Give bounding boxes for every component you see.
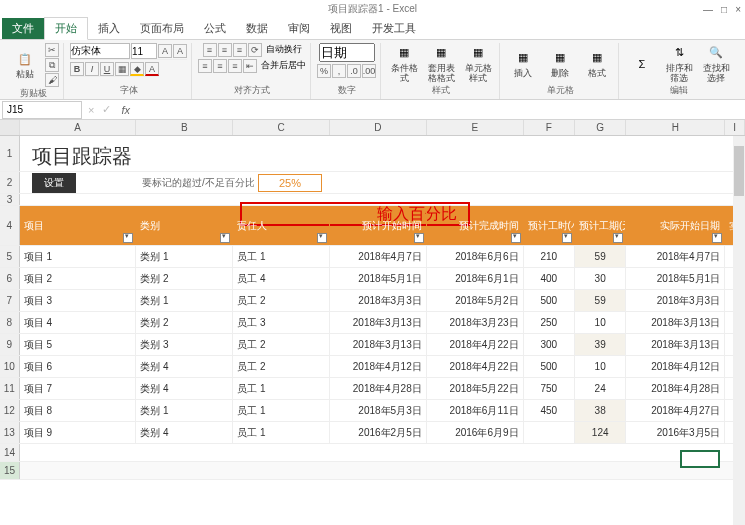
filter-button[interactable] — [220, 233, 230, 243]
cell-owner[interactable]: 员工 2 — [233, 334, 330, 355]
tab-dev[interactable]: 开发工具 — [362, 18, 426, 39]
cell-est-hours[interactable]: 450 — [524, 400, 575, 421]
cell-project[interactable]: 项目 5 — [20, 334, 137, 355]
cell-est-end[interactable]: 2018年5月2日 — [427, 290, 524, 311]
align-center-icon[interactable]: ≡ — [213, 59, 227, 73]
cell-est-days[interactable]: 10 — [575, 312, 626, 333]
align-bot-icon[interactable]: ≡ — [233, 43, 247, 57]
cell-est-start[interactable]: 2018年3月13日 — [330, 312, 427, 333]
row-header[interactable]: 6 — [0, 268, 20, 289]
tab-file[interactable]: 文件 — [2, 18, 44, 39]
font-name-input[interactable] — [70, 43, 130, 59]
row-header[interactable]: 10 — [0, 356, 20, 377]
minimize-icon[interactable]: — — [703, 4, 713, 15]
cell-act-start[interactable]: 2018年3月3日 — [626, 290, 725, 311]
cut-icon[interactable]: ✂ — [45, 43, 59, 57]
cell-project[interactable]: 项目 8 — [20, 400, 137, 421]
cell-est-start[interactable]: 2018年3月3日 — [330, 290, 427, 311]
tab-data[interactable]: 数据 — [236, 18, 278, 39]
tab-layout[interactable]: 页面布局 — [130, 18, 194, 39]
tab-home[interactable]: 开始 — [44, 17, 88, 40]
cell-owner[interactable]: 员工 1 — [233, 422, 330, 443]
worksheet-grid[interactable]: A B C D E F G H I 1 项目跟踪器 2 设置 要标记的超过/不足… — [0, 120, 745, 525]
align-left-icon[interactable]: ≡ — [198, 59, 212, 73]
cell-owner[interactable]: 员工 2 — [233, 356, 330, 377]
insert-cell-button[interactable]: ▦插入 — [506, 49, 540, 79]
cell-act-start[interactable]: 2018年5月1日 — [626, 268, 725, 289]
col-header[interactable]: E — [427, 120, 524, 135]
find-select-button[interactable]: 🔍查找和选择 — [699, 44, 733, 84]
maximize-icon[interactable]: □ — [721, 4, 727, 15]
cell-category[interactable]: 类别 1 — [136, 400, 233, 421]
cell-est-days[interactable]: 59 — [575, 290, 626, 311]
increase-font-icon[interactable]: A — [158, 44, 172, 58]
cell-project[interactable]: 项目 4 — [20, 312, 137, 333]
align-mid-icon[interactable]: ≡ — [218, 43, 232, 57]
tab-insert[interactable]: 插入 — [88, 18, 130, 39]
format-painter-icon[interactable]: 🖌 — [45, 73, 59, 87]
accept-formula-icon[interactable]: ✓ — [98, 103, 115, 116]
cell-project[interactable]: 项目 9 — [20, 422, 137, 443]
cell-owner[interactable]: 员工 4 — [233, 268, 330, 289]
delete-cell-button[interactable]: ▦删除 — [543, 49, 577, 79]
col-header[interactable]: C — [233, 120, 330, 135]
row-header[interactable]: 7 — [0, 290, 20, 311]
cell-category[interactable]: 类别 2 — [136, 268, 233, 289]
orientation-icon[interactable]: ⟳ — [248, 43, 262, 57]
cell-project[interactable]: 项目 7 — [20, 378, 137, 399]
filter-button[interactable] — [562, 233, 572, 243]
table-format-button[interactable]: ▦套用表格格式 — [424, 44, 458, 84]
vertical-scrollbar[interactable] — [733, 136, 745, 525]
merge-button[interactable]: 合并后居中 — [258, 59, 306, 73]
cell-est-start[interactable]: 2018年5月3日 — [330, 400, 427, 421]
cell-est-hours[interactable]: 500 — [524, 290, 575, 311]
cell-est-hours[interactable]: 250 — [524, 312, 575, 333]
cell-act-start[interactable]: 2018年4月7日 — [626, 246, 725, 267]
cell-est-start[interactable]: 2018年4月12日 — [330, 356, 427, 377]
currency-icon[interactable]: % — [317, 64, 331, 78]
row-header[interactable]: 8 — [0, 312, 20, 333]
cell-category[interactable]: 类别 4 — [136, 356, 233, 377]
italic-button[interactable]: I — [85, 62, 99, 76]
cell-est-hours[interactable]: 400 — [524, 268, 575, 289]
cell-est-end[interactable]: 2018年6月1日 — [427, 268, 524, 289]
cell-est-end[interactable]: 2018年4月22日 — [427, 334, 524, 355]
cell-project[interactable]: 项目 6 — [20, 356, 137, 377]
comma-icon[interactable]: .0 — [347, 64, 361, 78]
cell-category[interactable]: 类别 2 — [136, 312, 233, 333]
percent-icon[interactable]: , — [332, 64, 346, 78]
cell-owner[interactable]: 员工 2 — [233, 290, 330, 311]
filter-button[interactable] — [317, 233, 327, 243]
active-cell[interactable] — [680, 450, 720, 468]
cell-act-start[interactable]: 2018年4月27日 — [626, 400, 725, 421]
align-top-icon[interactable]: ≡ — [203, 43, 217, 57]
cell-est-start[interactable]: 2018年4月7日 — [330, 246, 427, 267]
cell-est-start[interactable]: 2016年2月5日 — [330, 422, 427, 443]
row-header[interactable]: 11 — [0, 378, 20, 399]
cell-est-end[interactable]: 2018年3月23日 — [427, 312, 524, 333]
cell-est-start[interactable]: 2018年5月1日 — [330, 268, 427, 289]
filter-button[interactable] — [712, 233, 722, 243]
align-right-icon[interactable]: ≡ — [228, 59, 242, 73]
cell-act-start[interactable]: 2018年3月13日 — [626, 334, 725, 355]
decrease-font-icon[interactable]: A — [173, 44, 187, 58]
col-header[interactable]: F — [524, 120, 575, 135]
row-header[interactable]: 12 — [0, 400, 20, 421]
formula-input[interactable] — [136, 101, 745, 119]
cell-owner[interactable]: 员工 1 — [233, 400, 330, 421]
wrap-text-button[interactable]: 自动换行 — [263, 43, 302, 57]
cell-category[interactable]: 类别 1 — [136, 246, 233, 267]
cell-project[interactable]: 项目 3 — [20, 290, 137, 311]
font-color-icon[interactable]: A — [145, 62, 159, 76]
fx-icon[interactable]: fx — [115, 104, 136, 116]
row-header[interactable]: 1 — [0, 136, 20, 171]
row-header[interactable]: 13 — [0, 422, 20, 443]
filter-button[interactable] — [123, 233, 133, 243]
filter-button[interactable] — [613, 233, 623, 243]
copy-icon[interactable]: ⧉ — [45, 58, 59, 72]
cell-est-end[interactable]: 2018年5月22日 — [427, 378, 524, 399]
cell-category[interactable]: 类别 3 — [136, 334, 233, 355]
cell-est-hours[interactable]: 500 — [524, 356, 575, 377]
cancel-formula-icon[interactable]: × — [84, 104, 98, 116]
name-box[interactable]: J15 — [2, 101, 82, 119]
